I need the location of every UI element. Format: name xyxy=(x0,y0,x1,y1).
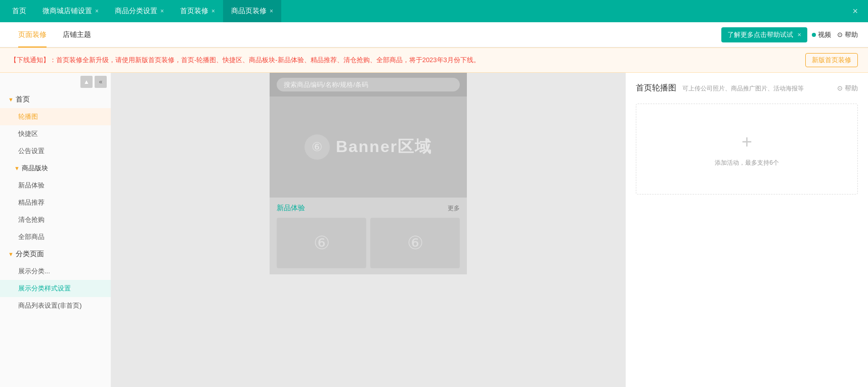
sidebar-item-notice[interactable]: 公告设置 xyxy=(0,142,111,160)
right-panel-help-label: 帮助 xyxy=(845,84,858,93)
all-products-label: 全部商品 xyxy=(18,233,45,240)
sidebar-subsection-products[interactable]: ▼ 商品版块 xyxy=(0,160,111,177)
sidebar-item-all-products[interactable]: 全部商品 xyxy=(0,228,111,246)
sidebar-item-category-style[interactable]: 展示分类样式设置 xyxy=(0,280,111,297)
category-style-label: 展示分类样式设置 xyxy=(18,284,71,292)
add-image-text: 添加活动，最多支持6个 xyxy=(715,159,779,167)
tab-page-decor-label: 页面装修 xyxy=(18,30,47,39)
phone-search-bar xyxy=(270,73,467,96)
nav-label-home: 首页 xyxy=(12,7,26,16)
nav-label-store: 微商城店铺设置 xyxy=(42,7,92,16)
help-link[interactable]: ⊙ 帮助 xyxy=(837,30,858,39)
product-list-label: 商品列表设置(非首页) xyxy=(18,302,82,309)
nav-item-product-decor[interactable]: 商品页装修 × xyxy=(223,0,281,22)
home-section-arrow: ▼ xyxy=(8,96,14,103)
product-grid: ⑥ ⑥ xyxy=(277,218,460,268)
nav-close-product-decor[interactable]: × xyxy=(270,8,273,15)
preview-area: ⑥ Banner区域 新品体验 更多 ⑥ ⑥ xyxy=(111,73,625,387)
banner-text: Banner区域 xyxy=(336,136,432,158)
help-banner-close[interactable]: × xyxy=(797,31,801,38)
video-link[interactable]: 视频 xyxy=(812,30,831,39)
notice-label: 公告设置 xyxy=(18,147,45,155)
nav-item-home[interactable]: 首页 xyxy=(4,0,34,22)
main-layout: ▲ « ▼ 首页 轮播图 快捷区 公告设置 ▼ 商品版块 新品体验 精品推荐 清… xyxy=(0,73,868,387)
window-close-button[interactable]: × xyxy=(846,6,864,17)
right-panel-help-button[interactable]: ⊙ 帮助 xyxy=(837,84,858,93)
right-panel-header: 首页轮播图 可上传公司照片、商品推广图片、活动海报等 ⊙ 帮助 xyxy=(636,83,858,93)
right-panel-desc: 可上传公司照片、商品推广图片、活动海报等 xyxy=(682,85,804,92)
nav-close-home-decor[interactable]: × xyxy=(211,8,215,15)
sidebar-item-banner[interactable]: 轮播图 xyxy=(0,108,111,125)
nav-item-store-settings[interactable]: 微商城店铺设置 × xyxy=(34,0,107,22)
product-card-1: ⑥ xyxy=(277,218,366,268)
category-section-label: 分类页面 xyxy=(16,250,44,259)
product-section: 新品体验 更多 ⑥ ⑥ xyxy=(270,198,467,274)
show-category-label: 展示分类... xyxy=(18,267,50,275)
nav-label-product-decor: 商品页装修 xyxy=(231,7,267,16)
sidebar-item-product-list[interactable]: 商品列表设置(非首页) xyxy=(0,297,111,314)
question-icon: ⊙ xyxy=(837,31,843,38)
sidebar-item-new-experience[interactable]: 新品体验 xyxy=(0,177,111,194)
premium-label: 精品推荐 xyxy=(18,199,45,206)
nav-close-store[interactable]: × xyxy=(95,8,99,15)
product-section-header: 新品体验 更多 xyxy=(277,204,460,213)
add-image-box[interactable]: + 添加活动，最多支持6个 xyxy=(636,104,858,195)
products-subsection-arrow: ▼ xyxy=(14,165,20,171)
sidebar-top-controls: ▲ « xyxy=(0,73,111,91)
product-card-2: ⑥ xyxy=(370,218,460,268)
header-right: 了解更多点击帮助试试 × 视频 ⊙ 帮助 xyxy=(812,30,858,39)
nav-item-category-settings[interactable]: 商品分类设置 × xyxy=(107,0,172,22)
tab-store-theme[interactable]: 店铺主题 xyxy=(55,22,99,47)
sidebar-section-home[interactable]: ▼ 首页 xyxy=(0,91,111,108)
nav-item-home-decor[interactable]: 首页装修 × xyxy=(172,0,223,22)
nav-label-category: 商品分类设置 xyxy=(115,7,157,16)
nav-label-home-decor: 首页装修 xyxy=(180,7,208,16)
help-banner-text: 了解更多点击帮助试试 xyxy=(727,30,793,39)
notice-text: 【下线通知】：首页装修全新升级，请使用新版首页装修，首页-轮播图、快捷区、商品板… xyxy=(10,56,480,65)
plus-icon: + xyxy=(742,131,752,153)
new-experience-label: 新品体验 xyxy=(18,181,45,189)
right-panel-title: 首页轮播图 xyxy=(636,83,676,92)
products-subsection-label: 商品版块 xyxy=(22,164,48,173)
sidebar: ▲ « ▼ 首页 轮播图 快捷区 公告设置 ▼ 商品版块 新品体验 精品推荐 清… xyxy=(0,73,111,387)
new-home-decor-button[interactable]: 新版首页装修 xyxy=(805,53,858,67)
top-nav: 首页 微商城店铺设置 × 商品分类设置 × 首页装修 × 商品页装修 × × xyxy=(0,0,868,22)
sidebar-item-shortcut[interactable]: 快捷区 xyxy=(0,125,111,142)
category-section-arrow: ▼ xyxy=(8,251,14,257)
sidebar-item-clearance[interactable]: 清仓抢购 xyxy=(0,211,111,228)
search-input[interactable] xyxy=(277,78,460,91)
help-banner[interactable]: 了解更多点击帮助试试 × xyxy=(721,27,807,42)
notice-bar: 【下线通知】：首页装修全新升级，请使用新版首页装修，首页-轮播图、快捷区、商品板… xyxy=(0,47,868,73)
tab-page-decor[interactable]: 页面装修 xyxy=(10,22,55,47)
sub-header: 页面装修 店铺主题 了解更多点击帮助试试 × 视频 ⊙ 帮助 xyxy=(0,22,868,47)
product-card-icon-1: ⑥ xyxy=(314,232,330,254)
help-label: 帮助 xyxy=(845,30,858,39)
sidebar-item-show-category[interactable]: 展示分类... xyxy=(0,263,111,280)
section-more: 更多 xyxy=(448,204,460,213)
shortcut-label: 快捷区 xyxy=(18,130,38,137)
sidebar-collapse-button[interactable]: « xyxy=(95,76,107,88)
clearance-label: 清仓抢购 xyxy=(18,216,45,223)
video-label: 视频 xyxy=(818,30,831,39)
product-card-icon-2: ⑥ xyxy=(407,232,423,254)
banner-area: ⑥ Banner区域 xyxy=(270,96,467,198)
banner-logo-icon: ⑥ xyxy=(305,134,330,160)
section-title: 新品体验 xyxy=(277,204,305,213)
home-section-label: 首页 xyxy=(16,95,30,104)
right-panel-title-group: 首页轮播图 可上传公司照片、商品推广图片、活动海报等 xyxy=(636,83,804,93)
sidebar-item-premium[interactable]: 精品推荐 xyxy=(0,194,111,211)
tab-store-theme-label: 店铺主题 xyxy=(63,30,91,39)
video-dot-icon xyxy=(812,33,816,37)
help-icon: ⊙ xyxy=(837,84,843,92)
banner-logo: ⑥ Banner区域 xyxy=(305,134,432,160)
sidebar-section-category[interactable]: ▼ 分类页面 xyxy=(0,246,111,263)
phone-frame: ⑥ Banner区域 新品体验 更多 ⑥ ⑥ xyxy=(270,73,467,274)
nav-close-category[interactable]: × xyxy=(160,8,164,15)
right-panel: 首页轮播图 可上传公司照片、商品推广图片、活动海报等 ⊙ 帮助 + 添加活动，最… xyxy=(625,73,868,387)
scroll-up-button[interactable]: ▲ xyxy=(80,76,93,88)
banner-label: 轮播图 xyxy=(18,113,38,120)
